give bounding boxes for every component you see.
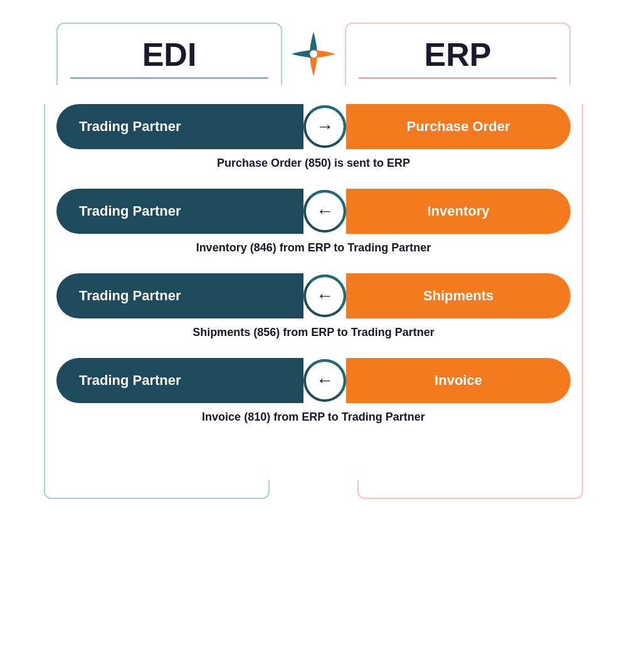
logo-area — [282, 29, 345, 79]
circle-connector-3: ← — [303, 275, 346, 317]
trading-partner-label-3: Trading Partner — [79, 288, 181, 304]
trading-partner-pill-2: Trading Partner — [56, 189, 303, 234]
flow-row-invoice: Trading Partner ← Invoice Invoice (810) … — [44, 358, 583, 436]
flow-bar-purchase-order: Trading Partner → Purchase Order — [56, 104, 571, 149]
diagram-container: EDI ERP — [44, 23, 583, 649]
bottom-left-border — [44, 480, 270, 499]
edi-underline — [70, 77, 268, 79]
circle-connector-4: ← — [303, 359, 346, 402]
bottom-borders — [44, 480, 583, 499]
svg-point-0 — [310, 50, 317, 58]
arrow-left-icon-3: ← — [316, 286, 334, 306]
trading-partner-label-4: Trading Partner — [79, 372, 181, 389]
shipments-pill: Shipments — [346, 273, 571, 318]
arrow-left-icon-4: ← — [316, 370, 334, 391]
arrow-left-icon-2: ← — [316, 201, 334, 221]
purchase-order-pill: Purchase Order — [346, 104, 571, 149]
header-row: EDI ERP — [44, 23, 583, 85]
inventory-description: Inventory (846) from ERP to Trading Part… — [196, 241, 431, 255]
left-border — [44, 104, 45, 480]
shipments-description: Shipments (856) from ERP to Trading Part… — [192, 326, 435, 339]
flow-row-inventory: Trading Partner ← Inventory Inventory (8… — [44, 189, 583, 267]
flow-row-purchase-order: Trading Partner → Purchase Order Purchas… — [44, 104, 583, 182]
flow-row-shipments: Trading Partner ← Shipments Shipments (8… — [44, 273, 583, 352]
erp-box: ERP — [345, 23, 571, 85]
trading-partner-label-2: Trading Partner — [79, 203, 181, 219]
trading-partner-pill-4: Trading Partner — [56, 358, 303, 403]
bottom-right-border — [357, 480, 583, 499]
flow-bar-inventory: Trading Partner ← Inventory — [56, 189, 571, 234]
purchase-order-description: Purchase Order (850) is sent to ERP — [217, 157, 410, 170]
edi-box: EDI — [56, 23, 282, 85]
purchase-order-label: Purchase Order — [406, 118, 510, 135]
right-border — [582, 104, 583, 480]
inventory-pill: Inventory — [346, 189, 571, 234]
shipments-label: Shipments — [423, 288, 493, 304]
trading-partner-label-1: Trading Partner — [79, 118, 181, 135]
circle-connector-2: ← — [303, 190, 346, 233]
edi-label: EDI — [142, 36, 197, 73]
invoice-pill: Invoice — [346, 358, 571, 403]
inventory-label: Inventory — [427, 203, 489, 219]
arrow-right-icon-1: → — [316, 117, 334, 137]
circle-connector-1: → — [303, 105, 346, 148]
invoice-description: Invoice (810) from ERP to Trading Partne… — [202, 411, 425, 424]
trading-partner-pill-3: Trading Partner — [56, 273, 303, 318]
trading-partner-pill-1: Trading Partner — [56, 104, 303, 149]
invoice-label: Invoice — [435, 372, 482, 389]
erp-label: ERP — [424, 36, 492, 73]
brand-logo-icon — [288, 29, 339, 79]
main-content: Trading Partner → Purchase Order Purchas… — [44, 104, 583, 480]
flow-bar-invoice: Trading Partner ← Invoice — [56, 358, 571, 403]
flow-bar-shipments: Trading Partner ← Shipments — [56, 273, 571, 318]
erp-underline — [359, 77, 557, 79]
